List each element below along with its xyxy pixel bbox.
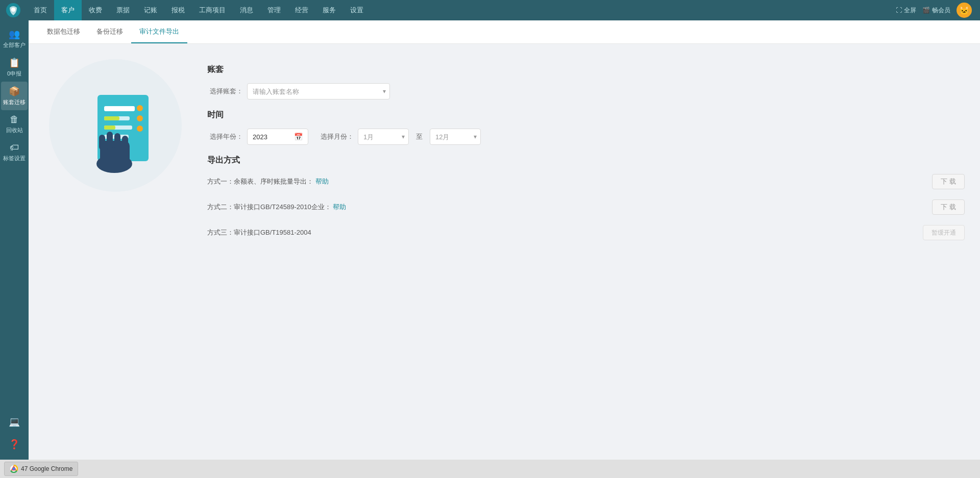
nav-service[interactable]: 服务: [315, 0, 343, 20]
method2-download-button[interactable]: 下 载: [932, 199, 965, 215]
year-input[interactable]: 2023 📅: [247, 129, 308, 145]
sidebar-download-icon[interactable]: 💻: [5, 413, 23, 431]
sidebar-item-recycle[interactable]: 🗑 回收站: [1, 110, 28, 138]
svg-point-20: [13, 468, 15, 470]
month-to-wrapper: 1月 2月 3月 4月 5月 6月 7月 8月 9月 10月 11月 12月: [430, 129, 481, 145]
nav-right-area: ⛶ 全屏 🎬 畅会员 🐱: [896, 3, 980, 18]
method2-help-link[interactable]: 帮助: [333, 203, 346, 211]
account-label: 选择账套：: [207, 87, 243, 96]
svg-point-1: [11, 8, 15, 12]
tag-settings-icon: 🏷: [10, 142, 19, 153]
tab-backup-migrate[interactable]: 备份迁移: [88, 21, 131, 43]
vip-icon: 🎬: [922, 7, 930, 14]
sidebar-item-tag-settings[interactable]: 🏷 标签设置: [1, 138, 28, 166]
sidebar-help-icon[interactable]: ❓: [5, 435, 23, 454]
time-section-title: 时间: [207, 110, 965, 120]
taskbar-chrome-item[interactable]: 47 Google Chrome: [4, 462, 78, 476]
nav-business[interactable]: 工商项目: [192, 0, 233, 20]
export-method-2: 方式二：审计接口GB/T24589-2010企业： 帮助 下 载: [207, 199, 965, 215]
nav-settings[interactable]: 设置: [343, 0, 371, 20]
illustration-area: [44, 59, 187, 192]
export-method-1: 方式一：余额表、序时账批量导出： 帮助 下 载: [207, 174, 965, 189]
account-migrate-icon: 📦: [9, 86, 20, 97]
svg-rect-17: [122, 136, 128, 150]
vip-button[interactable]: 🎬 畅会员: [922, 6, 950, 15]
nav-manage[interactable]: 管理: [260, 0, 288, 20]
calendar-icon: 📅: [294, 133, 303, 141]
method1-help-link[interactable]: 帮助: [315, 178, 329, 185]
svg-rect-16: [114, 133, 120, 150]
year-label: 选择年份：: [207, 132, 243, 141]
month-from-wrapper: 1月 2月 3月 4月 5月 6月 7月 8月 9月 10月 11月 12月: [358, 129, 409, 145]
year-value: 2023: [253, 133, 267, 141]
chrome-icon: [10, 465, 18, 473]
method1-label: 方式一：余额表、序时账批量导出： 帮助: [207, 177, 926, 186]
sidebar-item-zero-declare[interactable]: 📋 0申报: [1, 53, 28, 82]
form-area: 账套 选择账套： 请输入账套名称 ▾ 时间 选择年份： 2023: [207, 59, 965, 250]
account-select-wrapper: 请输入账套名称 ▾: [247, 83, 390, 99]
method3-label: 方式三：审计接口GB/T19581-2004: [207, 228, 917, 237]
zero-declare-label: 0申报: [7, 70, 21, 78]
account-row: 选择账套： 请输入账套名称 ▾: [207, 83, 965, 99]
svg-point-9: [137, 125, 143, 132]
user-avatar[interactable]: 🐱: [957, 3, 972, 18]
account-select[interactable]: 请输入账套名称: [247, 83, 390, 99]
nav-items: 首页 客户 收费 票据 记账 报税 工商项目 消息 管理 经营 服务 设置: [27, 0, 896, 20]
zero-declare-icon: 📋: [9, 57, 20, 68]
tab-data-migrate[interactable]: 数据包迁移: [39, 21, 88, 43]
method1-download-button[interactable]: 下 载: [932, 174, 965, 189]
nav-message[interactable]: 消息: [233, 0, 260, 20]
tab-audit-export[interactable]: 审计文件导出: [131, 21, 187, 43]
illustration-circle: [49, 59, 182, 192]
nav-operation[interactable]: 经营: [288, 0, 315, 20]
method2-text: 方式二：审计接口GB/T24589-2010企业：: [207, 203, 331, 211]
fullscreen-button[interactable]: ⛶ 全屏: [896, 6, 916, 15]
export-method-3: 方式三：审计接口GB/T19581-2004 暂缓开通: [207, 225, 965, 240]
taskbar-chrome-label: 47 Google Chrome: [21, 465, 72, 472]
svg-point-8: [137, 115, 143, 121]
taskbar: 47 Google Chrome: [0, 460, 980, 478]
top-navigation: 首页 客户 收费 票据 记账 报税 工商项目 消息 管理 经营 服务 设置 ⛶ …: [0, 0, 980, 20]
recycle-label: 回收站: [6, 127, 23, 134]
nav-bookkeeping[interactable]: 记账: [137, 0, 164, 20]
method3-pending-button[interactable]: 暂缓开通: [923, 225, 965, 240]
nav-home[interactable]: 首页: [27, 0, 54, 20]
svg-rect-15: [107, 132, 113, 150]
fullscreen-label: 全屏: [904, 6, 916, 15]
nav-customer[interactable]: 客户: [54, 0, 82, 20]
to-label: 至: [413, 132, 426, 141]
account-migrate-label: 账套迁移: [3, 98, 26, 106]
month-label: 选择月份：: [321, 132, 354, 141]
main-layout: 👥 全部客户 📋 0申报 📦 账套迁移 🗑 回收站 🏷 标签设置 💻 ❓ 数据包…: [0, 20, 980, 460]
sidebar-item-all-customers[interactable]: 👥 全部客户: [1, 24, 28, 53]
all-customers-label: 全部客户: [3, 41, 26, 49]
nav-invoice[interactable]: 票据: [109, 0, 137, 20]
nav-tax[interactable]: 报税: [164, 0, 192, 20]
all-customers-icon: 👥: [9, 29, 20, 40]
sidebar-bottom: 💻 ❓: [5, 413, 23, 454]
time-row: 选择年份： 2023 📅 选择月份： 1月 2月 3月 4月 5月 6: [207, 129, 965, 145]
month-from-select[interactable]: 1月 2月 3月 4月 5月 6月 7月 8月 9月 10月 11月 12月: [358, 129, 409, 145]
content-area: 数据包迁移 备份迁移 审计文件导出: [29, 20, 980, 460]
svg-point-7: [137, 105, 143, 111]
svg-rect-10: [104, 116, 119, 120]
method1-text: 方式一：余额表、序时账批量导出：: [207, 178, 313, 185]
svg-rect-11: [104, 125, 115, 130]
vip-label: 畅会员: [932, 6, 950, 15]
export-section-title: 导出方式: [207, 155, 965, 166]
fullscreen-icon: ⛶: [896, 7, 902, 14]
recycle-icon: 🗑: [10, 114, 19, 125]
tag-settings-label: 标签设置: [3, 155, 26, 162]
svg-rect-3: [104, 106, 135, 111]
method2-label: 方式二：审计接口GB/T24589-2010企业： 帮助: [207, 203, 926, 212]
sidebar: 👥 全部客户 📋 0申报 📦 账套迁移 🗑 回收站 🏷 标签设置 💻 ❓: [0, 20, 29, 460]
app-logo: [4, 1, 22, 19]
page-content: 账套 选择账套： 请输入账套名称 ▾ 时间 选择年份： 2023: [29, 44, 980, 460]
tab-bar: 数据包迁移 备份迁移 审计文件导出: [29, 20, 980, 44]
sidebar-item-account-migrate[interactable]: 📦 账套迁移: [1, 82, 28, 110]
svg-rect-14: [99, 135, 105, 150]
nav-fee[interactable]: 收费: [82, 0, 109, 20]
month-to-select[interactable]: 1月 2月 3月 4月 5月 6月 7月 8月 9月 10月 11月 12月: [430, 129, 481, 145]
account-section-title: 账套: [207, 64, 965, 75]
